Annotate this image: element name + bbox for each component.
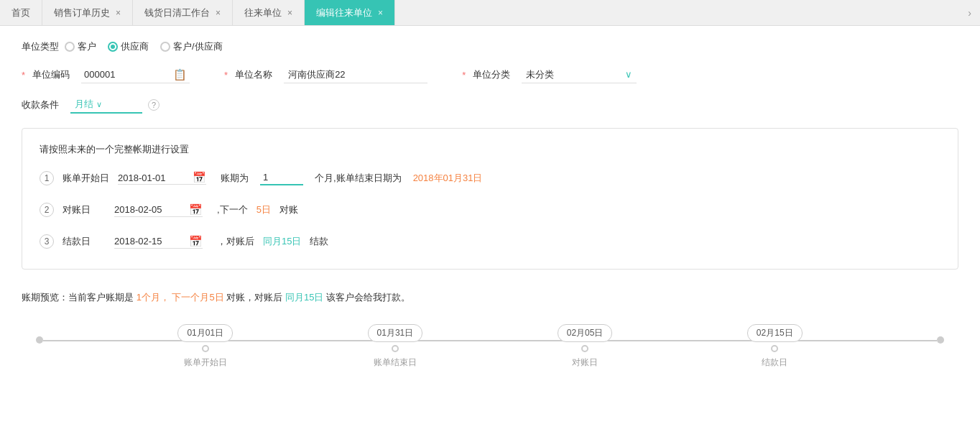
- tabs-bar: 首页 销售订单历史 × 钱货日清工作台 × 往来单位 × 编辑往来单位 × ›: [0, 0, 980, 26]
- payment-post: 结款: [310, 235, 328, 248]
- start-date-calendar-icon[interactable]: 📅: [193, 171, 206, 184]
- preview-label: 账期预览：当前客户账期是: [22, 292, 134, 303]
- unit-class-select[interactable]: 未分类 ∨: [522, 67, 637, 83]
- main-content: 单位类型 客户 供应商 客户/供应商 * 单位编码 📋 * 单位名称: [0, 26, 980, 437]
- row-num-3: 3: [40, 234, 54, 249]
- payment-highlight: 同月15日: [263, 235, 301, 248]
- tab-sales-history-label: 销售订单历史: [54, 6, 110, 19]
- tab-more-arrow[interactable]: ›: [959, 0, 980, 25]
- payment-date-input[interactable]: [114, 236, 186, 247]
- timeline-dot-2: [392, 345, 399, 352]
- radio-customer-circle: [65, 42, 75, 52]
- timeline-label-1: 账单开始日: [184, 356, 227, 369]
- reconcile-pre: ,下一个: [217, 203, 248, 216]
- tab-partner-close[interactable]: ×: [287, 8, 292, 18]
- timeline-dot-3: [581, 345, 588, 352]
- unit-code-input[interactable]: [84, 69, 170, 80]
- period-suffix: 个月,账单结束日期为: [315, 172, 402, 185]
- settings-row-2: 2 对账日 📅 ,下一个 5日 对账: [40, 203, 940, 217]
- tab-partner-label: 往来单位: [244, 6, 282, 19]
- preview-text: 账期预览：当前客户账期是 1个月， 下一个月5日 对账，对账后 同月15日 该客…: [22, 291, 958, 304]
- payment-date-calendar-icon[interactable]: 📅: [189, 235, 203, 248]
- radio-both-circle: [160, 42, 170, 52]
- timeline-start: [36, 324, 43, 344]
- unit-name-label: 单位名称: [235, 68, 272, 81]
- date-input-3: 📅: [114, 235, 203, 249]
- timeline-label-2: 账单结束日: [374, 356, 417, 369]
- timeline-badge-1: 01月01日: [177, 324, 233, 342]
- payment-select[interactable]: 月结 ∨: [70, 96, 142, 114]
- unit-info-row: * 单位编码 📋 * 单位名称 * 单位分类 未分类 ∨: [22, 66, 958, 83]
- unit-class-required: *: [462, 70, 466, 80]
- tab-home[interactable]: 首页: [0, 0, 42, 25]
- tab-sales-history-close[interactable]: ×: [116, 8, 121, 18]
- radio-supplier-circle: [108, 42, 118, 52]
- unit-type-row: 单位类型 客户 供应商 客户/供应商: [22, 40, 958, 53]
- unit-type-radio-group: 客户 供应商 客户/供应商: [65, 40, 223, 53]
- settings-row-3: 3 结款日 📅 ，对账后 同月15日 结款: [40, 234, 940, 249]
- unit-class-value: 未分类: [526, 68, 625, 81]
- timeline-end: [937, 324, 944, 344]
- unit-name-required: *: [224, 70, 228, 80]
- unit-code-label: 单位编码: [32, 68, 70, 81]
- payment-label: 收款条件: [22, 98, 59, 111]
- date-input-1: 📅: [118, 171, 206, 185]
- timeline-point-2: 01月31日 账单结束日: [368, 324, 423, 369]
- timeline-dot-4: [771, 345, 778, 352]
- timeline-point-1: 01月01日 账单开始日: [177, 324, 233, 369]
- timeline-point-3: 02月05日 对账日: [558, 324, 613, 369]
- timeline-badge-3: 02月05日: [558, 324, 613, 342]
- row-num-2: 2: [40, 203, 54, 217]
- row-label-2: 对账日: [63, 203, 106, 216]
- settings-title: 请按照未来的一个完整帐期进行设置: [40, 143, 940, 156]
- preview-section: 账期预览：当前客户账期是 1个月， 下一个月5日 对账，对账后 同月15日 该客…: [22, 284, 958, 376]
- unit-class-label: 单位分类: [473, 68, 510, 81]
- row-label-3: 结款日: [63, 235, 106, 248]
- tab-edit-partner[interactable]: 编辑往来单位 ×: [305, 0, 395, 25]
- tab-cash-work-close[interactable]: ×: [216, 8, 221, 18]
- help-icon[interactable]: ?: [148, 99, 160, 111]
- radio-both[interactable]: 客户/供应商: [160, 40, 223, 53]
- unit-name-input[interactable]: [284, 66, 427, 83]
- date-input-2: 📅: [114, 203, 203, 217]
- row-label-1: 账单开始日: [63, 172, 109, 185]
- preview-part3: 同月15日: [285, 292, 323, 303]
- period-prefix: 账期为: [221, 172, 249, 185]
- radio-supplier-label: 供应商: [121, 40, 149, 53]
- reconcile-date-input[interactable]: [114, 204, 186, 215]
- radio-customer[interactable]: 客户: [65, 40, 96, 53]
- timeline-points: 01月01日 账单开始日 01月31日 账单结束日 02月05日: [36, 324, 944, 369]
- radio-supplier[interactable]: 供应商: [108, 40, 149, 53]
- payment-value: 月结: [75, 98, 93, 111]
- unit-class-arrow-icon: ∨: [625, 69, 632, 80]
- tab-partner[interactable]: 往来单位 ×: [233, 0, 305, 25]
- payment-arrow-icon: ∨: [96, 100, 102, 109]
- bill-end-date: 2018年01月31日: [413, 172, 483, 185]
- unit-code-calendar-icon[interactable]: 📋: [173, 68, 187, 81]
- radio-customer-label: 客户: [78, 40, 96, 53]
- reconcile-date-calendar-icon[interactable]: 📅: [189, 203, 203, 216]
- period-input[interactable]: [260, 170, 303, 185]
- timeline-badge-4: 02月15日: [747, 324, 803, 342]
- timeline: 01月01日 账单开始日 01月31日 账单结束日 02月05日: [22, 324, 958, 369]
- tab-edit-partner-label: 编辑往来单位: [316, 6, 372, 19]
- tab-cash-work-label: 钱货日清工作台: [144, 6, 210, 19]
- tab-sales-history[interactable]: 销售订单历史 ×: [42, 0, 133, 25]
- unit-code-required: *: [22, 70, 25, 80]
- timeline-end-dot: [937, 336, 944, 344]
- payment-pre: ，对账后: [217, 235, 254, 248]
- reconcile-post: 对账: [279, 203, 298, 216]
- preview-mid: 对账，对账后: [226, 292, 282, 303]
- timeline-badge-2: 01月31日: [368, 324, 423, 342]
- radio-both-label: 客户/供应商: [173, 40, 223, 53]
- timeline-dot-1: [202, 345, 209, 352]
- unit-type-label: 单位类型: [22, 40, 59, 53]
- tab-cash-work[interactable]: 钱货日清工作台 ×: [133, 0, 233, 25]
- tab-home-label: 首页: [11, 6, 30, 19]
- timeline-label-4: 结款日: [762, 356, 787, 369]
- settings-box: 请按照未来的一个完整帐期进行设置 1 账单开始日 📅 账期为 个月,账单结束日期…: [22, 128, 958, 270]
- start-date-input[interactable]: [118, 172, 190, 183]
- preview-part2: 下一个月5日: [172, 292, 223, 303]
- unit-code-input-group: 📋: [81, 67, 190, 83]
- tab-edit-partner-close[interactable]: ×: [378, 8, 383, 18]
